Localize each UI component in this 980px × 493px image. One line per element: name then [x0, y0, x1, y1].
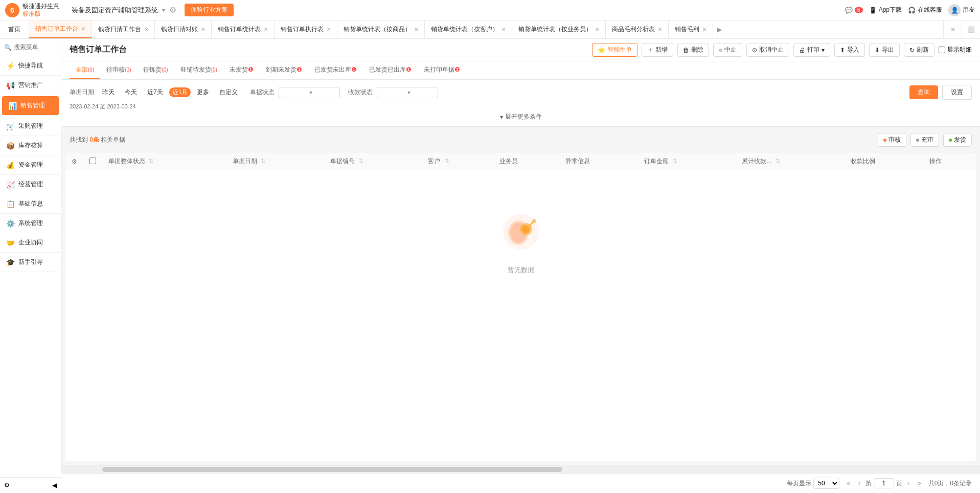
scroll-thumb[interactable] — [102, 467, 562, 472]
tab-sales-workbench[interactable]: 销售订单工作台 ✕ — [29, 20, 92, 38]
tab-close-sales-profit[interactable]: ✕ — [702, 27, 706, 32]
tab-close-by-staff[interactable]: ✕ — [595, 27, 599, 32]
first-page-button[interactable]: « — [844, 479, 853, 488]
date-opt-custom[interactable]: 自定义 — [215, 87, 242, 98]
status-select[interactable]: ▾ — [279, 87, 340, 98]
sidebar-item-guide[interactable]: 🎓 新手引导 — [0, 253, 61, 272]
sort-amount-icon[interactable]: ⇅ — [672, 158, 677, 165]
tab-sales-exec[interactable]: 销售订单执行表 ✕ — [275, 20, 337, 38]
set-button[interactable]: 设置 — [942, 85, 972, 100]
last-page-button[interactable]: » — [915, 479, 924, 488]
tab-sales-stats[interactable]: 销售订单统计表 ✕ — [212, 20, 275, 38]
page-input[interactable] — [874, 478, 894, 488]
import-button[interactable]: ⬆ 导入 — [834, 43, 865, 57]
next-page-button[interactable]: › — [904, 479, 913, 488]
date-opt-today[interactable]: 今天 — [121, 87, 141, 98]
cancel-stop-button[interactable]: ⊙ 取消中止 — [746, 43, 789, 57]
sort-collected-icon[interactable]: ⇅ — [776, 158, 781, 165]
app-download-area[interactable]: 📱 App下载 — [869, 6, 902, 14]
tab-profit-analysis[interactable]: 商品毛利分析表 ✕ — [606, 20, 669, 38]
tab-cashier-workbench[interactable]: 钱货日清工作台 ✕ — [92, 20, 155, 38]
system-dropdown-icon[interactable]: ▾ — [162, 7, 165, 14]
sort-number-icon[interactable]: ⇅ — [358, 158, 363, 165]
show-detail-input[interactable] — [939, 47, 945, 53]
tab-close-sales-stats[interactable]: ✕ — [264, 27, 268, 32]
search-button[interactable]: 查询 — [909, 85, 938, 99]
tab-sales-profit[interactable]: 销售毛利 ✕ — [669, 20, 713, 38]
stop-button[interactable]: ○ 中止 — [713, 43, 742, 57]
payment-select[interactable]: ▾ — [377, 87, 438, 98]
filter-tab-overdue-ship[interactable]: 到期未发货❶ — [260, 61, 308, 79]
sales-icon: 📊 — [8, 102, 16, 110]
date-opt-1month[interactable]: 近1月 — [169, 87, 191, 97]
filter-tab-shipped-no-out[interactable]: 已发货未出库❶ — [308, 61, 363, 79]
show-detail-checkbox[interactable]: 显示明细 — [939, 46, 972, 54]
sidebar-item-inventory[interactable]: 📦 库存核算 — [0, 136, 61, 155]
delete-button[interactable]: 🗑 删除 — [677, 43, 709, 57]
add-button[interactable]: ＋ 新增 — [642, 43, 673, 57]
sidebar-collapse-icon[interactable]: ◀ — [52, 482, 57, 489]
export-button[interactable]: ⬇ 导出 — [869, 43, 900, 57]
horizontal-scroll[interactable] — [61, 465, 980, 473]
tab-close-profit[interactable]: ✕ — [658, 27, 662, 32]
filter-tab-no-print[interactable]: 未打印单据❶ — [418, 61, 466, 79]
message-icon-area[interactable]: 💬 6 — [845, 7, 863, 14]
review-button[interactable]: 审核 — [878, 133, 906, 147]
sidebar-search[interactable]: 🔍 搜索菜单 — [0, 39, 61, 56]
tab-more[interactable]: ▶ — [713, 26, 726, 33]
sidebar-item-system[interactable]: ⚙️ 系统管理 — [0, 214, 61, 233]
tab-close-by-customer[interactable]: ✕ — [502, 27, 506, 32]
tab-cashier-reconcile[interactable]: 钱货日清对账 ✕ — [155, 20, 212, 38]
smart-gen-button[interactable]: ⭐ 智能生单 — [592, 43, 637, 57]
sidebar-item-basic-info[interactable]: 📋 基础信息 — [0, 194, 61, 214]
content-area: 销售订单工作台 ⭐ 智能生单 ＋ 新增 🗑 删除 ○ 中止 — [61, 39, 980, 493]
filter-tab-shipped-out[interactable]: 已发货已出库❶ — [363, 61, 418, 79]
date-opt-7days[interactable]: 近7天 — [143, 87, 167, 98]
tab-sales-by-product[interactable]: 销货单统计表（按商品） ✕ — [337, 20, 425, 38]
tab-ctrl-maximize[interactable]: ⬜ — [962, 20, 980, 39]
sidebar-item-purchase[interactable]: 🛒 采购管理 — [0, 117, 61, 136]
filter-tab-all[interactable]: 全部(0) — [70, 61, 100, 79]
sidebar-item-cooperation[interactable]: 🤝 企业协同 — [0, 233, 61, 253]
sidebar-item-operations[interactable]: 📈 经营管理 — [0, 175, 61, 194]
user-area[interactable]: 👤 用友 — [948, 4, 975, 16]
prev-page-button[interactable]: ‹ — [855, 479, 863, 488]
th-anomaly: 异常信息 — [559, 153, 638, 170]
expand-conditions-button[interactable]: ▾ 展开更多条件 — [500, 113, 542, 121]
tab-close-sales-exec[interactable]: ✕ — [327, 27, 331, 32]
date-opt-more[interactable]: 更多 — [193, 87, 213, 98]
refresh-button[interactable]: ↻ 刷新 — [904, 43, 935, 57]
tab-close-cashier[interactable]: ✕ — [144, 27, 148, 32]
settings-icon[interactable]: ⚙ — [169, 5, 176, 15]
tab-home[interactable]: 首页 — [0, 20, 29, 38]
online-service-area[interactable]: 🎧 在线客服 — [908, 6, 942, 14]
experience-button[interactable]: 体验行业方案 — [185, 4, 234, 16]
sort-status-icon[interactable]: ⇅ — [149, 158, 154, 165]
sidebar-settings-icon[interactable]: ⚙ — [4, 482, 10, 489]
sort-customer-icon[interactable]: ⇅ — [444, 158, 449, 165]
per-page-select[interactable]: 50 100 200 — [813, 478, 839, 489]
page-title: 销售订单工作台 — [70, 44, 127, 55]
tab-sales-by-staff[interactable]: 销货单统计表（按业务员） ✕ — [512, 20, 606, 38]
print-button[interactable]: 🖨 打印 ▾ — [793, 43, 830, 57]
tab-ctrl-close[interactable]: ✕ — [943, 20, 962, 39]
filter-tab-not-shipped[interactable]: 未发货❶ — [223, 61, 260, 79]
un-review-button[interactable]: 充审 — [910, 133, 939, 147]
ship-button[interactable]: 发货 — [943, 133, 972, 147]
marketing-icon: 📢 — [6, 81, 14, 89]
date-opt-yesterday[interactable]: 昨天 — [98, 87, 119, 98]
tab-sales-by-customer[interactable]: 销货单统计表（按客户） ✕ — [425, 20, 512, 38]
tab-close-sales-workbench[interactable]: ✕ — [81, 26, 85, 32]
filter-tab-pending-review[interactable]: 待审核(0) — [100, 61, 137, 79]
sidebar-item-sales[interactable]: 📊 销售管理 — [2, 96, 59, 116]
sidebar-item-marketing[interactable]: 📢 营销推广 — [0, 76, 61, 95]
sort-date-icon[interactable]: ⇅ — [261, 158, 266, 165]
filter-tab-pending-pick[interactable]: 待拣货(0) — [137, 61, 174, 79]
sidebar-item-shortcut[interactable]: ⚡ 快捷导航 — [0, 56, 61, 76]
tab-close-reconcile[interactable]: ✕ — [201, 27, 205, 32]
guide-icon: 🎓 — [6, 258, 14, 266]
sidebar-item-finance[interactable]: 💰 资金管理 — [0, 155, 61, 175]
tab-close-by-product[interactable]: ✕ — [414, 27, 418, 32]
filter-tab-wangpu[interactable]: 旺铺待发货(0) — [174, 61, 223, 79]
select-all-checkbox[interactable] — [89, 158, 96, 164]
